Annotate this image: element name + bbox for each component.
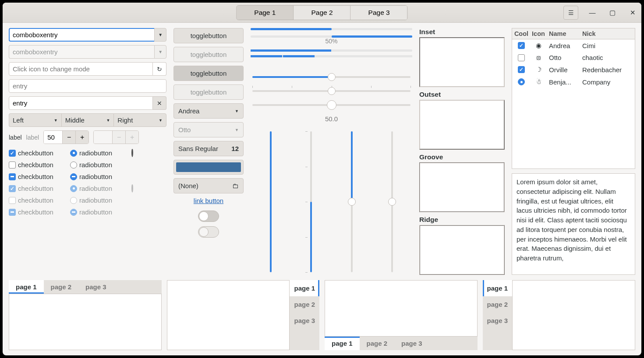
menu-button[interactable]: ☰	[563, 6, 578, 20]
col-name[interactable]: Name	[546, 28, 580, 39]
row-radio[interactable]	[518, 78, 525, 85]
level-bar-continuous	[251, 49, 412, 52]
notebook-tab[interactable]: page 1	[325, 337, 360, 350]
tree-header: Cool Icon Name Nick	[512, 28, 635, 39]
scale-vertical-2[interactable]	[307, 130, 315, 274]
notebook-tab[interactable]: page 2	[44, 280, 79, 294]
radio-label: radiobutton	[79, 197, 112, 204]
checkbox-checked[interactable]: ✓	[9, 150, 16, 157]
toggle-button-active[interactable]: togglebutton	[173, 66, 244, 81]
folder-icon: 🗀	[232, 182, 239, 190]
frame-inset: Inset	[419, 28, 505, 87]
tree-row[interactable]: ⦻ Otto chaotic	[512, 52, 635, 63]
scale-vertical-4[interactable]	[388, 130, 396, 274]
radio-indeterminate[interactable]	[70, 173, 77, 180]
notebook-tabs: page 1 page 2 page 3	[290, 280, 319, 350]
tree-row[interactable]: ✓ ☽ Orville Redenbacher	[512, 63, 635, 76]
progress-bar-1	[251, 28, 412, 30]
row-checkbox[interactable]: ✓	[518, 42, 525, 49]
col-cool[interactable]: Cool	[512, 28, 531, 39]
tree-row[interactable]: ☃ Benja... Company	[512, 76, 635, 88]
entry-placeholder[interactable]	[9, 79, 166, 93]
tree-row[interactable]: ✓ ◉ Andrea Cimi	[512, 39, 635, 52]
tree-view[interactable]: Cool Icon Name Nick ✓ ◉ Andrea Cimi ⦻	[512, 28, 635, 169]
mode-entry-input[interactable]	[9, 62, 153, 76]
column-2: togglebutton togglebutton togglebutton t…	[173, 28, 244, 275]
notebook-tab[interactable]: page 1	[290, 280, 319, 296]
row-checkbox[interactable]	[518, 54, 525, 61]
notebook-top: page 1 page 2 page 3	[9, 280, 162, 350]
scale-horizontal-1[interactable]	[251, 73, 412, 81]
check-radio-grid: ✓checkbutton radiobutton checkbutton rad…	[9, 149, 166, 216]
text-view[interactable]: Lorem ipsum dolor sit amet, consectetur …	[512, 173, 635, 275]
combo-andrea[interactable]: Andrea▼	[173, 103, 244, 119]
notebook-tab[interactable]: page 1	[483, 280, 513, 296]
link-button[interactable]: link button	[173, 197, 244, 204]
combo-right[interactable]: Right▼	[113, 113, 166, 127]
refresh-icon[interactable]: ↻	[153, 62, 166, 76]
entry-clearable[interactable]: ✕	[9, 96, 166, 110]
chevron-down-icon[interactable]: ▼	[154, 28, 166, 42]
switch-off[interactable]	[198, 211, 219, 222]
scale-vertical-1[interactable]	[267, 130, 275, 274]
radio-checked[interactable]	[70, 150, 77, 157]
combobox-entry-input[interactable]	[9, 28, 154, 42]
spin-button[interactable]: − +	[43, 130, 89, 144]
notebook-tab[interactable]: page 3	[483, 312, 513, 329]
notebook-tab[interactable]: page 2	[290, 296, 319, 312]
toggle-button-disabled: togglebutton	[173, 47, 244, 62]
font-button[interactable]: Sans Regular 12	[173, 141, 244, 156]
spin-plus[interactable]: +	[75, 131, 88, 144]
tab-page-1[interactable]: Page 1	[237, 6, 294, 20]
combobox-entry-focused[interactable]: ▼	[9, 28, 166, 42]
scale-value-label: 50.0	[251, 115, 412, 123]
column-1: ▼ ▼ ↻ ✕ Left▼ Middle▼ Righ	[9, 28, 166, 275]
scale-vertical-3[interactable]	[348, 130, 356, 274]
notebook-tab[interactable]: page 1	[9, 280, 44, 294]
stack-switcher: Page 1 Page 2 Page 3	[236, 5, 407, 20]
col-nick[interactable]: Nick	[580, 28, 635, 39]
file-chooser-button[interactable]: (None) 🗀	[173, 178, 244, 193]
checkbox-unchecked[interactable]	[9, 161, 16, 168]
file-label: (None)	[178, 182, 198, 190]
combobox-entry-disabled: ▼	[9, 45, 166, 59]
notebook-tab[interactable]: page 2	[360, 337, 395, 350]
minimize-button[interactable]: —	[586, 7, 598, 19]
notebook-page	[9, 294, 162, 350]
toggle-button[interactable]: togglebutton	[173, 28, 244, 43]
checkbox-unchecked-disabled	[9, 197, 16, 204]
spin-input[interactable]	[44, 131, 62, 144]
combo-middle[interactable]: Middle▼	[61, 113, 114, 127]
notebook-bottom: page 1 page 2 page 3	[325, 280, 478, 350]
row-checkbox[interactable]: ✓	[518, 66, 525, 73]
scale-horizontal-3[interactable]	[251, 101, 412, 112]
notebook-tab[interactable]: page 2	[483, 296, 513, 312]
mode-entry[interactable]: ↻	[9, 62, 166, 76]
radio-label: radiobutton	[79, 185, 112, 192]
tab-page-3[interactable]: Page 3	[351, 6, 407, 20]
content: ▼ ▼ ↻ ✕ Left▼ Middle▼ Righ	[3, 23, 641, 355]
maximize-button[interactable]: ▢	[606, 7, 619, 19]
color-button[interactable]	[173, 160, 244, 175]
notebook-tab[interactable]: page 3	[78, 280, 113, 294]
notebook-tab[interactable]: page 3	[394, 337, 429, 350]
spin-minus[interactable]: −	[62, 131, 75, 144]
combobox-entry-disabled-input	[9, 45, 154, 59]
combo-otto-disabled: Otto▼	[173, 122, 244, 137]
scale-horizontal-2[interactable]	[251, 87, 412, 95]
entry-clearable-input[interactable]	[9, 96, 153, 110]
radio-unchecked[interactable]	[70, 161, 77, 168]
col-icon[interactable]: Icon	[531, 28, 546, 39]
toggle-button-active-disabled: togglebutton	[173, 84, 244, 100]
tab-page-2[interactable]: Page 2	[294, 6, 350, 20]
radio-label: radiobutton	[79, 161, 112, 168]
radio-checked-disabled	[70, 185, 77, 192]
combo-left[interactable]: Left▼	[9, 113, 61, 127]
close-button[interactable]: ✕	[626, 7, 639, 19]
chevron-down-icon: ▼	[154, 45, 166, 59]
notebook-tab[interactable]: page 3	[290, 312, 319, 329]
progress-text: 50%	[251, 38, 412, 45]
radio-unchecked-disabled	[70, 197, 77, 204]
clear-icon[interactable]: ✕	[153, 96, 166, 110]
checkbox-indeterminate[interactable]	[9, 173, 16, 180]
